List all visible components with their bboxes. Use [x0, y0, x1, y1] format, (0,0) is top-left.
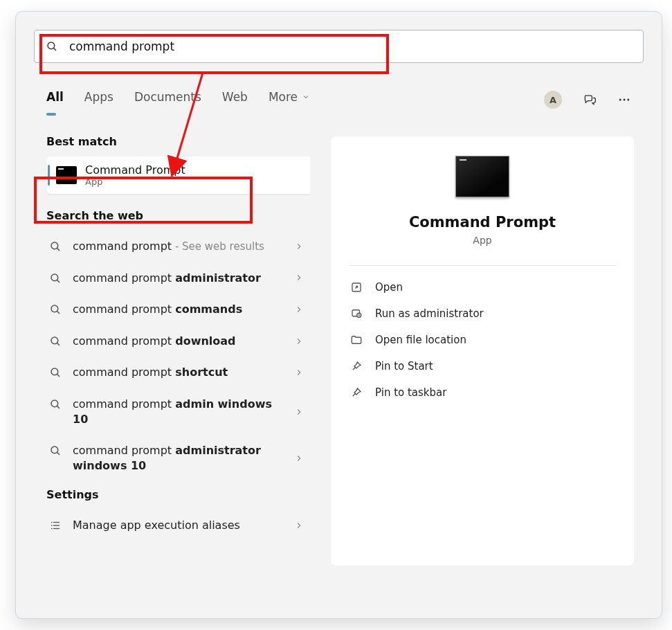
- tab-all[interactable]: All: [46, 90, 64, 109]
- web-result[interactable]: command prompt administrator windows 10: [46, 435, 309, 481]
- preview-subtitle: App: [349, 235, 616, 246]
- best-match-subtitle: App: [85, 177, 185, 187]
- web-result[interactable]: command prompt commands: [46, 294, 309, 325]
- svg-point-9: [51, 305, 58, 312]
- svg-point-4: [627, 99, 629, 101]
- svg-point-17: [51, 447, 58, 453]
- active-tab-indicator: [46, 113, 56, 116]
- web-result-text: command prompt administrator windows 10: [73, 443, 283, 473]
- chevron-right-icon: [294, 521, 304, 530]
- pin-icon: [350, 386, 363, 399]
- action-pin-start[interactable]: Pin to Start: [349, 353, 616, 379]
- svg-point-5: [51, 242, 58, 249]
- search-icon: [49, 335, 62, 348]
- svg-line-18: [57, 453, 60, 455]
- action-run-admin[interactable]: Run as administrator: [349, 300, 616, 327]
- web-result-text: command prompt administrator: [73, 271, 283, 286]
- result-preview: Command Prompt App Open Run as administr…: [331, 136, 634, 566]
- chevron-right-icon: [294, 336, 304, 346]
- chevron-down-icon: [302, 93, 310, 101]
- svg-line-12: [57, 343, 60, 345]
- svg-line-1: [54, 48, 56, 51]
- svg-point-3: [624, 99, 626, 101]
- chevron-right-icon: [294, 453, 304, 463]
- settings-heading: Settings: [46, 488, 310, 501]
- tab-more[interactable]: More: [269, 90, 310, 109]
- action-open[interactable]: Open: [349, 274, 616, 300]
- search-input[interactable]: [58, 39, 643, 53]
- command-prompt-thumbnail: [455, 156, 509, 197]
- search-bar[interactable]: [34, 30, 644, 63]
- settings-item[interactable]: Manage app execution aliases: [46, 510, 309, 541]
- web-result[interactable]: command prompt download: [46, 325, 309, 357]
- tab-documents[interactable]: Documents: [134, 90, 201, 109]
- search-icon: [49, 444, 62, 457]
- best-match-title: Command Prompt: [85, 163, 185, 177]
- preview-title: Command Prompt: [349, 214, 616, 231]
- web-result-text: command prompt download: [73, 334, 283, 349]
- search-icon: [49, 240, 62, 253]
- svg-point-15: [51, 400, 58, 407]
- divider: [349, 265, 616, 266]
- action-open-location[interactable]: Open file location: [349, 327, 616, 353]
- svg-point-7: [51, 274, 58, 281]
- web-result[interactable]: command prompt admin windows 10: [46, 388, 309, 435]
- start-menu-search-panel: All Apps Documents Web More A Best match…: [15, 11, 662, 619]
- svg-line-16: [57, 406, 60, 408]
- open-icon: [350, 281, 363, 294]
- svg-line-8: [57, 280, 60, 282]
- search-icon: [49, 303, 62, 316]
- svg-line-6: [57, 249, 60, 251]
- web-result[interactable]: command prompt - See web results: [46, 231, 309, 262]
- web-result-text: command prompt - See web results: [73, 239, 283, 254]
- chat-icon[interactable]: [583, 93, 597, 107]
- web-result[interactable]: command prompt shortcut: [46, 357, 309, 388]
- command-prompt-icon: [56, 166, 77, 184]
- search-web-heading: Search the web: [46, 209, 310, 222]
- svg-point-2: [619, 99, 621, 101]
- aliases-icon: [49, 519, 62, 532]
- search-icon: [49, 366, 62, 379]
- best-match-heading: Best match: [46, 135, 310, 148]
- search-icon: [49, 272, 62, 285]
- chevron-right-icon: [294, 305, 304, 314]
- best-match-result[interactable]: Command Prompt App: [46, 156, 310, 194]
- chevron-right-icon: [294, 368, 304, 377]
- shield-icon: [350, 307, 363, 320]
- more-icon[interactable]: [617, 93, 631, 107]
- filter-tabs: All Apps Documents Web More A: [46, 87, 631, 113]
- chevron-right-icon: [294, 242, 304, 251]
- svg-point-13: [51, 368, 58, 375]
- tab-apps[interactable]: Apps: [84, 90, 113, 109]
- user-avatar[interactable]: A: [544, 91, 562, 109]
- search-icon: [49, 398, 62, 411]
- tab-web[interactable]: Web: [222, 90, 248, 109]
- web-result[interactable]: command prompt administrator: [46, 262, 309, 294]
- action-pin-taskbar[interactable]: Pin to taskbar: [349, 379, 616, 406]
- search-icon: [46, 40, 58, 53]
- svg-point-0: [48, 42, 55, 49]
- web-result-text: command prompt admin windows 10: [73, 397, 283, 426]
- svg-point-11: [51, 337, 58, 344]
- web-result-text: command prompt shortcut: [73, 365, 283, 380]
- svg-line-14: [57, 375, 60, 377]
- settings-item-label: Manage app execution aliases: [73, 518, 283, 533]
- pin-icon: [350, 360, 363, 372]
- chevron-right-icon: [294, 273, 304, 282]
- svg-line-10: [57, 312, 60, 314]
- folder-icon: [350, 334, 363, 346]
- web-result-text: command prompt commands: [73, 302, 283, 317]
- chevron-right-icon: [294, 407, 304, 417]
